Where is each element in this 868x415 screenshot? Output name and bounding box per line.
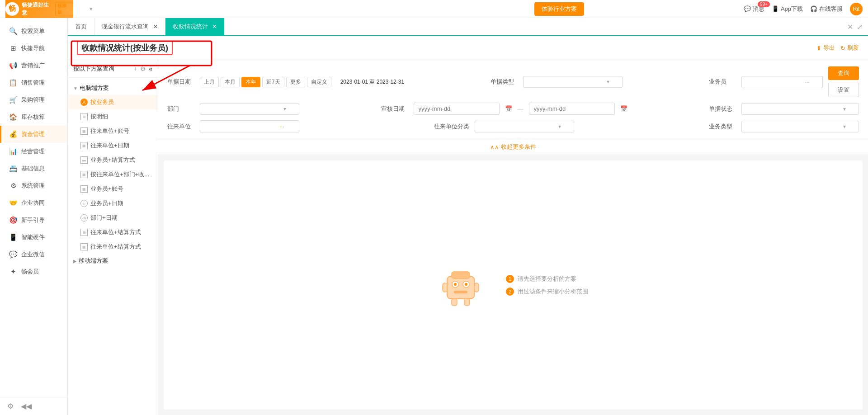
message-icon: 💬 bbox=[744, 5, 751, 12]
settings-icon[interactable]: ⚙ bbox=[7, 402, 14, 410]
content-area: 首页 现金银行流水查询 ✕ 收款情况统计 ✕ ✕ ⤢ 收款情况统计(按业务员) … bbox=[68, 18, 868, 415]
sidebar-label-sales: 销售管理 bbox=[21, 79, 45, 87]
sidebar-bottom: ⚙ ◀◀ bbox=[0, 397, 67, 415]
tab-bar: 首页 现金银行流水查询 ✕ 收款情况统计 ✕ ✕ ⤢ bbox=[68, 18, 868, 36]
query-button[interactable]: 查询 bbox=[828, 66, 859, 80]
page-actions: ⬆ 导出 ↻ 刷新 bbox=[816, 44, 859, 52]
sidebar-label-business: 经营管理 bbox=[21, 147, 45, 156]
scheme-query-label: 按以下方案查询 bbox=[73, 65, 114, 73]
partner-class-select[interactable] bbox=[475, 121, 574, 132]
date-btn-last-month[interactable]: 上月 bbox=[200, 77, 219, 87]
dept-select[interactable] bbox=[200, 103, 299, 115]
filter-action-group: 查询 设置 bbox=[828, 66, 859, 97]
sidebar-item-business[interactable]: 📊 经营管理 bbox=[0, 143, 67, 160]
doc-status-label: 单据状态 bbox=[709, 105, 736, 113]
tab-close-all-icon[interactable]: ✕ bbox=[847, 23, 853, 31]
doc-type-select[interactable] bbox=[523, 76, 623, 88]
date-btn-this-month[interactable]: 本月 bbox=[221, 77, 240, 87]
sidebar-item-enterprise[interactable]: 🤝 企业协同 bbox=[0, 194, 67, 212]
partner-select[interactable]: ··· bbox=[200, 120, 299, 132]
tree-child-salesman-account[interactable]: ▦ 业务员+账号 bbox=[68, 182, 158, 196]
tree-child-by-salesman[interactable]: 人 按业务员 bbox=[68, 95, 158, 109]
sidebar-item-basicinfo[interactable]: 📇 基础信息 bbox=[0, 160, 67, 177]
tree-child-dept-date-label: 部门+日期 bbox=[90, 214, 118, 222]
sidebar-label-member: 畅会员 bbox=[21, 268, 39, 276]
tree-child-partner-settle1-label: 往来单位+结算方式 bbox=[90, 228, 141, 236]
trial-btn[interactable]: 体验行业方案 bbox=[534, 2, 584, 16]
tip-text-1: 请先选择要分析的方案 bbox=[518, 275, 576, 283]
sidebar-item-finance[interactable]: 💰 资金管理 bbox=[0, 126, 67, 143]
biz-type-select[interactable] bbox=[741, 121, 859, 132]
tab-bank-flow-close[interactable]: ✕ bbox=[153, 24, 158, 30]
audit-start-calendar-icon[interactable]: 📅 bbox=[505, 105, 512, 112]
tab-bar-actions: ✕ ⤢ bbox=[842, 18, 868, 35]
collapse-more-bar[interactable]: ∧∧ 收起更多条件 bbox=[158, 139, 868, 155]
tree-child-by-detail[interactable]: ⊞ 按明细 bbox=[68, 109, 158, 124]
tab-home[interactable]: 首页 bbox=[68, 18, 94, 35]
add-scheme-button[interactable]: + bbox=[134, 65, 137, 72]
refresh-button[interactable]: ↻ 刷新 bbox=[840, 44, 859, 52]
sidebar-item-guide[interactable]: 🎯 新手引导 bbox=[0, 212, 67, 229]
partner-account-icon: ▦ bbox=[80, 127, 88, 135]
export-icon: ⬆ bbox=[816, 45, 821, 52]
tree-child-salesman-date[interactable]: ○ 业务员+日期 bbox=[68, 196, 158, 211]
partner-more-btn[interactable]: ··· bbox=[278, 123, 286, 130]
tab-bank-flow-label: 现金银行流水查询 bbox=[102, 23, 149, 31]
tree-child-partner-settle2-label: 往来单位+结算方式 bbox=[90, 243, 141, 251]
salesman-select[interactable]: ··· bbox=[741, 76, 823, 88]
finance-icon: 💰 bbox=[9, 130, 18, 138]
message-button[interactable]: 💬 消息 99+ bbox=[744, 5, 764, 13]
tab-collection-stat-close[interactable]: ✕ bbox=[212, 24, 217, 30]
tree-child-partner-account[interactable]: ▦ 往来单位+账号 bbox=[68, 124, 158, 138]
sidebar-item-sales[interactable]: 📋 销售管理 bbox=[0, 74, 67, 91]
tab-collection-stat[interactable]: 收款情况统计 ✕ bbox=[165, 18, 225, 35]
partner-settle1-icon: ⊞ bbox=[80, 229, 88, 236]
tree-child-dept-date[interactable]: ◷ 部门+日期 bbox=[68, 211, 158, 225]
sidebar-item-member[interactable]: ✦ 畅会员 bbox=[0, 263, 67, 280]
tree-child-partner-settle1[interactable]: ⊞ 往来单位+结算方式 bbox=[68, 225, 158, 240]
sidebar-item-quicknav[interactable]: ⊞ 快捷导航 bbox=[0, 40, 67, 57]
message-badge: 99+ bbox=[758, 1, 770, 7]
sidebar-item-inventory[interactable]: 🏠 库存核算 bbox=[0, 108, 67, 126]
tab-expand-icon[interactable]: ⤢ bbox=[857, 23, 863, 31]
app-download-button[interactable]: 📱 App下载 bbox=[772, 5, 803, 13]
date-btn-this-year[interactable]: 本年 bbox=[241, 77, 260, 87]
service-label: 在线客服 bbox=[819, 5, 843, 13]
tree-child-salesman-account-label: 业务员+账号 bbox=[90, 185, 123, 193]
sidebar-item-marketing[interactable]: 📢 营销推广 bbox=[0, 57, 67, 74]
date-btn-more[interactable]: 更多 bbox=[286, 77, 305, 87]
audit-start-input[interactable] bbox=[414, 103, 500, 115]
tree-child-partner-dept[interactable]: ▦ 按往来单位+部门+收... bbox=[68, 167, 158, 182]
sidebar-item-hardware[interactable]: 📱 智能硬件 bbox=[0, 229, 67, 246]
sidebar-item-system[interactable]: ⚙ 系统管理 bbox=[0, 177, 67, 194]
export-button[interactable]: ⬆ 导出 bbox=[816, 44, 835, 52]
tab-bank-flow[interactable]: 现金银行流水查询 ✕ bbox=[94, 18, 165, 35]
sidebar-item-search[interactable]: 🔍 搜索菜单 bbox=[0, 23, 67, 40]
date-btn-custom[interactable]: 自定义 bbox=[307, 77, 331, 87]
tip-text-2: 用过滤条件来缩小分析范围 bbox=[518, 288, 588, 296]
doc-status-select[interactable] bbox=[741, 103, 859, 115]
sidebar-item-purchase[interactable]: 🛒 采购管理 bbox=[0, 91, 67, 108]
tree-child-partner-settle2[interactable]: ▦ 往来单位+结算方式 bbox=[68, 240, 158, 254]
date-btn-7days[interactable]: 近7天 bbox=[262, 77, 284, 87]
tree-child-salesman-settle[interactable]: ▬ 业务员+结算方式 bbox=[68, 153, 158, 167]
collapse-panel-button[interactable]: « bbox=[149, 65, 152, 72]
tree-parent-pc[interactable]: ▼ 电脑端方案 bbox=[68, 81, 158, 95]
sidebar: 🔍 搜索菜单 ⊞ 快捷导航 📢 营销推广 📋 销售管理 🛒 采购管理 🏠 库存核… bbox=[0, 18, 68, 415]
user-avatar[interactable]: Rit bbox=[850, 3, 863, 15]
tree-child-partner-date-label: 往来单位+日期 bbox=[90, 141, 129, 150]
audit-end-calendar-icon[interactable]: 📅 bbox=[620, 105, 627, 112]
online-service-button[interactable]: 🎧 在线客服 bbox=[810, 5, 843, 13]
scheme-settings-button[interactable]: ⚙ bbox=[140, 65, 146, 72]
audit-end-input[interactable] bbox=[529, 103, 615, 115]
marketing-icon: 📢 bbox=[9, 61, 18, 70]
tree-parent-mobile[interactable]: ▶ 移动端方案 bbox=[68, 254, 158, 268]
setting-button[interactable]: 设置 bbox=[828, 83, 859, 97]
empty-content-row: 1 请先选择要分析的方案 2 用过滤条件来缩小分析范围 bbox=[438, 263, 588, 308]
tree-child-partner-date[interactable]: ▦ 往来单位+日期 bbox=[68, 138, 158, 153]
sidebar-label-guide: 新手引导 bbox=[21, 216, 45, 224]
partner-settle2-icon: ▦ bbox=[80, 243, 88, 250]
collapse-sidebar-icon[interactable]: ◀◀ bbox=[21, 402, 32, 410]
sidebar-item-wechat[interactable]: 💬 企业微信 bbox=[0, 246, 67, 263]
tip-num-1: 1 bbox=[506, 275, 514, 283]
